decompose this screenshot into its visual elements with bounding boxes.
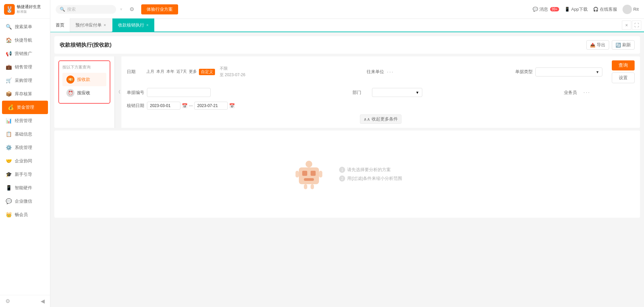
date-7days[interactable]: 近7天 — [176, 69, 187, 75]
sidebar-item-purchase[interactable]: 🛒 采购管理 — [0, 74, 50, 87]
empty-robot-icon — [292, 157, 326, 191]
export-button[interactable]: 📤 导出 — [586, 40, 609, 50]
svg-rect-6 — [304, 184, 307, 189]
writeoff-date-range: 📅 — 📅 — [147, 102, 235, 110]
tab-home[interactable]: 首页 — [50, 18, 70, 32]
sidebar-label-member: 畅会员 — [15, 212, 28, 218]
sidebar-item-member[interactable]: 👑 畅会员 — [0, 208, 50, 221]
calendar-icon-end[interactable]: 📅 — [229, 103, 235, 108]
sidebar-logo: 🐰 畅捷通好生意 标准版 — [0, 0, 50, 19]
chevron-down-icon: ▾ — [596, 69, 599, 74]
voucher-type-select[interactable]: ▾ — [535, 67, 602, 76]
query-button[interactable]: 查询 — [612, 60, 635, 70]
voucher-no-filter: 单据编号 — [127, 88, 211, 97]
sidebar-item-cooperation[interactable]: 🤝 企业协同 — [0, 154, 50, 168]
sidebar-label-wechat: 企业微信 — [15, 198, 32, 204]
home-icon: 🏠 — [5, 37, 12, 44]
receipt-icon: 💴 — [66, 75, 74, 84]
page-title: 收款核销执行(按收款) — [60, 42, 112, 49]
service-icon: 🎧 — [593, 7, 598, 12]
empty-tip-1: 1 请先选择要分析的方案 — [339, 167, 402, 173]
date-more[interactable]: 更多 — [189, 69, 197, 75]
export-icon: 📤 — [590, 43, 595, 48]
writeoff-end-input[interactable] — [194, 102, 228, 110]
sidebar-label-guide: 新手引导 — [15, 171, 32, 177]
app-download-btn[interactable]: 📱 App下载 — [565, 6, 588, 12]
solution-button[interactable]: 体验行业方案 — [141, 4, 178, 14]
svg-rect-0 — [299, 167, 319, 184]
date-last-month[interactable]: 上月 — [146, 69, 154, 75]
filter-by-receivable[interactable]: ⏰ 按应收 — [62, 86, 106, 100]
form-row-2: 单据编号 部门 ▾ 业务员 ··· — [127, 88, 635, 97]
sidebar-item-search[interactable]: 🔍 搜索菜单 — [0, 20, 50, 34]
tab-collection-close[interactable]: × — [146, 23, 149, 28]
filter-by-receipt[interactable]: 💴 按收款 — [62, 73, 106, 86]
svg-rect-7 — [311, 184, 314, 189]
sidebar-bottom: ⚙ ◀ — [0, 295, 50, 307]
message-icon: 💬 — [533, 7, 538, 12]
sidebar-item-hardware[interactable]: 📱 智能硬件 — [0, 181, 50, 195]
header-search[interactable]: 🔍 搜索 — [56, 5, 116, 14]
form-row-1: 日期 上月 本月 本年 近7天 更多 自定义 不限 至 2023-07-26 — [127, 60, 635, 83]
avatar — [623, 5, 632, 14]
calendar-icon-start[interactable]: 📅 — [182, 103, 187, 108]
tab-close-btn[interactable]: × — [622, 20, 631, 30]
sidebar-item-guide[interactable]: 🎓 新手引导 — [0, 168, 50, 181]
sidebar-label-finance: 资金管理 — [17, 104, 34, 110]
sidebar-label-basic-info: 基础信息 — [15, 131, 32, 137]
page-actions: 📤 导出 🔄 刷新 — [586, 40, 635, 50]
sidebar-item-quick-nav[interactable]: 🏠 快捷导航 — [0, 34, 50, 47]
date-separator: — — [189, 103, 193, 108]
sidebar-item-operations[interactable]: 📊 经营管理 — [0, 114, 50, 127]
date-this-month[interactable]: 本月 — [156, 69, 164, 75]
sidebar-item-sales[interactable]: 💼 销售管理 — [0, 60, 50, 74]
sidebar-collapse-icon[interactable]: ◀ — [41, 298, 45, 304]
partner-select-btn[interactable]: ··· — [387, 68, 394, 75]
svg-rect-1 — [302, 171, 307, 176]
writeoff-start-input[interactable] — [147, 102, 180, 110]
service-btn[interactable]: 🎧 在线客服 — [593, 6, 617, 12]
date-shortcuts: 上月 本月 本年 近7天 更多 自定义 — [146, 69, 215, 75]
user-name: Rit — [633, 7, 639, 12]
filter-options-box: 按以下方案查询 💴 按收款 ⏰ 按应收 — [58, 60, 110, 104]
svg-rect-4 — [296, 171, 299, 177]
tab-prepay-close[interactable]: × — [104, 23, 106, 28]
partner-label: 往来单位 — [367, 69, 384, 75]
tab-fullscreen-btn[interactable]: ⛶ — [632, 20, 641, 30]
partner-filter: 往来单位 ··· — [367, 68, 394, 75]
dept-select[interactable]: ▾ — [372, 88, 422, 97]
tab-prepay[interactable]: 预付冲应付单 × — [70, 18, 112, 32]
refresh-button[interactable]: 🔄 刷新 — [612, 40, 635, 50]
sidebar-menu: 🔍 搜索菜单 🏠 快捷导航 📢 营销推广 💼 销售管理 🛒 采购管理 📦 库存核… — [0, 19, 50, 295]
header-settings-btn[interactable]: ⚙ — [126, 4, 137, 15]
messages-btn[interactable]: 💬 消息 99+ — [533, 6, 559, 12]
svg-rect-5 — [319, 171, 322, 177]
tip-num-2: 2 — [339, 175, 345, 182]
tip-text-2: 用[过滤]条件来缩小分析范围 — [347, 175, 402, 182]
sidebar-item-system[interactable]: ⚙️ 系统管理 — [0, 141, 50, 154]
filter-section: 按以下方案查询 💴 按收款 ⏰ 按应收 《 — [54, 56, 640, 128]
sidebar-label-purchase: 采购管理 — [15, 78, 32, 84]
tab-collection[interactable]: 收款核销执行 × — [112, 18, 154, 32]
user-info[interactable]: Rit — [623, 5, 639, 14]
sidebar-item-basic-info[interactable]: 📋 基础信息 — [0, 127, 50, 141]
sidebar-label-operations: 经营管理 — [15, 118, 32, 124]
sidebar-item-marketing[interactable]: 📢 营销推广 — [0, 47, 50, 60]
search-icon: 🔍 — [5, 23, 12, 30]
sidebar-item-finance[interactable]: 💰 资金管理 — [2, 101, 48, 114]
system-icon: ⚙️ — [5, 144, 12, 151]
voucher-no-input[interactable] — [147, 88, 211, 97]
sidebar-item-wechat[interactable]: 💬 企业微信 — [0, 195, 50, 208]
more-conditions-btn[interactable]: ∧∧ 收起更多条件 — [360, 114, 401, 124]
staff-select-btn[interactable]: ··· — [583, 89, 590, 96]
voucher-type-filter: 单据类型 ▾ — [515, 67, 602, 76]
collapse-panel-btn[interactable]: 《 — [115, 56, 121, 128]
chevron-up-icon: ∧∧ — [364, 117, 370, 122]
settings-button-2[interactable]: 设置 — [612, 72, 635, 83]
sidebar-item-inventory[interactable]: 📦 库存核算 — [0, 87, 50, 101]
app-name: 畅捷通好生意 — [17, 4, 41, 10]
date-custom[interactable]: 自定义 — [199, 69, 215, 75]
date-this-year[interactable]: 本年 — [166, 69, 174, 75]
app-logo-icon: 🐰 — [4, 4, 15, 15]
bottom-settings-icon[interactable]: ⚙ — [5, 298, 10, 304]
